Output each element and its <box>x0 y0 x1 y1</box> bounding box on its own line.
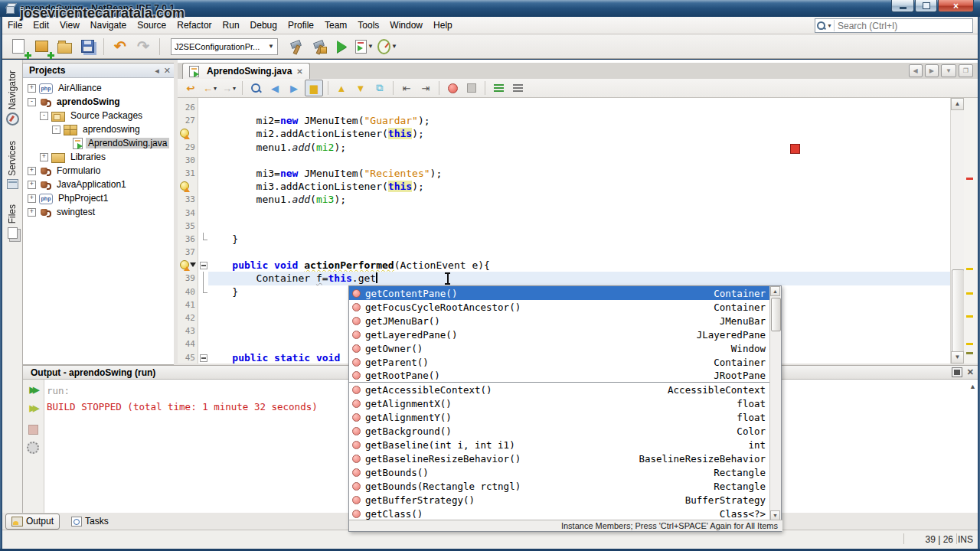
editor-tab[interactable]: AprendoSwing.java ✕ <box>182 63 310 79</box>
scroll-down-icon[interactable]: ▼ <box>951 351 964 364</box>
errors-in-file-badge[interactable] <box>790 144 800 154</box>
completion-item[interactable]: getBufferStrategy()BufferStrategy <box>349 493 770 507</box>
menu-run[interactable]: Run <box>217 18 245 33</box>
menu-team[interactable]: Team <box>319 18 352 33</box>
tree-item[interactable]: -aprendoSwing <box>23 95 174 109</box>
run-button[interactable] <box>332 37 351 57</box>
code-line[interactable]: public void actionPerformed(ActionEvent … <box>208 259 950 272</box>
completion-item[interactable]: getBaselineResizeBehavior()BaselineResiz… <box>349 452 770 465</box>
rerun-icon[interactable]: ▶▶ <box>26 383 40 396</box>
warning-mark[interactable] <box>966 343 973 345</box>
start-macro-icon[interactable] <box>444 80 461 96</box>
scrollbar-thumb[interactable] <box>952 269 965 352</box>
clean-build-button[interactable] <box>309 37 328 57</box>
code-line[interactable] <box>208 154 950 167</box>
menu-profile[interactable]: Profile <box>283 18 319 33</box>
tree-item[interactable]: +Formulario <box>23 164 174 178</box>
save-all-button[interactable] <box>77 37 97 57</box>
uncomment-icon[interactable] <box>509 80 526 96</box>
back-icon[interactable]: ←▾ <box>201 80 218 96</box>
code-line[interactable] <box>208 101 950 114</box>
warning-mark[interactable] <box>966 268 973 270</box>
scroll-up-icon[interactable]: ▲ <box>770 286 780 296</box>
code-line[interactable] <box>208 220 950 233</box>
scrollbar-thumb[interactable] <box>771 298 781 331</box>
code-line[interactable]: menu1.add(mi3); <box>208 193 950 206</box>
warning-mark[interactable] <box>966 315 973 318</box>
completion-item[interactable]: getContentPane()Container <box>349 286 770 300</box>
maximize-editor-icon[interactable]: ❐ <box>959 64 973 77</box>
tree-item[interactable]: +JavaApplication1 <box>23 178 174 191</box>
code-line[interactable]: mi3=new JMenuItem("Recientes"); <box>208 167 950 180</box>
completion-item[interactable]: getParent()Container <box>349 355 770 369</box>
configuration-combo[interactable]: J2SEConfigurationPr... ▼ <box>171 38 278 55</box>
new-project-button[interactable] <box>31 37 51 57</box>
search-input[interactable] <box>835 21 972 31</box>
ant-settings-icon[interactable] <box>26 441 40 455</box>
completion-item[interactable]: getJMenuBar()JMenuBar <box>349 314 770 328</box>
tab-close-icon[interactable]: ✕ <box>296 67 302 76</box>
scroll-up-icon[interactable]: ▲ <box>951 98 964 110</box>
tab-tasks[interactable]: Tasks <box>66 514 114 529</box>
toggle-highlight-icon[interactable]: ▆ <box>305 80 323 96</box>
redo-button[interactable]: ↷ <box>133 37 153 57</box>
shift-right-icon[interactable]: ⇥ <box>417 80 434 96</box>
rerun-with-options-icon[interactable]: ▶▶ <box>26 401 40 415</box>
editor-scrollbar[interactable]: ▲ ▼ <box>950 98 964 364</box>
maximize-output-icon[interactable] <box>952 367 962 377</box>
menu-help[interactable]: Help <box>428 18 458 33</box>
previous-bookmark-icon[interactable]: ▲ <box>333 80 350 96</box>
next-occurrence-icon[interactable]: ▶ <box>286 80 302 96</box>
error-mark[interactable] <box>966 178 973 180</box>
code-line[interactable]: mi2=new JMenuItem("Guardar"); <box>208 114 950 127</box>
tab-output[interactable]: Output <box>5 514 60 530</box>
sidebar-tab-services[interactable]: Services <box>2 136 22 194</box>
completion-list[interactable]: getContentPane()ContainergetFocusCycleRo… <box>349 286 770 520</box>
output-scroll-up-icon[interactable]: ▲ <box>969 383 976 390</box>
completion-item[interactable]: getClass()Class<?> <box>349 507 770 520</box>
tree-item[interactable]: +phpPhpProject1 <box>23 191 174 205</box>
search-icon[interactable]: ▼ <box>815 20 835 31</box>
next-bookmark-icon[interactable]: ▼ <box>352 80 369 96</box>
menu-tools[interactable]: Tools <box>352 18 384 33</box>
comment-icon[interactable] <box>490 80 507 96</box>
completion-item[interactable]: getFocusCycleRootAncestor()Container <box>349 300 770 314</box>
profile-button[interactable]: ▼ <box>377 37 397 57</box>
forward-icon[interactable]: →▾ <box>220 80 237 96</box>
stop-build-icon[interactable] <box>26 422 40 436</box>
undo-button[interactable]: ↶ <box>110 37 130 57</box>
close-panel-icon[interactable]: ✕ <box>164 66 171 76</box>
tree-item[interactable]: AprendoSwing.java <box>23 136 174 150</box>
fold-collapse-icon[interactable] <box>200 354 207 362</box>
completion-item[interactable]: getBounds()Rectangle <box>349 465 770 479</box>
find-selection-icon[interactable] <box>247 80 264 96</box>
menu-debug[interactable]: Debug <box>245 18 283 33</box>
code-line[interactable] <box>208 246 950 259</box>
build-button[interactable] <box>286 37 305 57</box>
completion-scrollbar[interactable]: ▲ ▼ <box>769 286 781 520</box>
previous-occurrence-icon[interactable]: ◀ <box>266 80 283 96</box>
current-line-mark[interactable] <box>966 352 973 354</box>
code-line[interactable]: mi3.addActionListener(this); <box>208 180 950 193</box>
open-project-button[interactable] <box>54 37 74 57</box>
code-line[interactable]: mi2.addActionListener(this); <box>208 127 950 140</box>
code-line[interactable]: } <box>208 233 950 246</box>
minimize-button[interactable] <box>891 0 914 12</box>
toggle-bookmark-icon[interactable]: ⧉ <box>371 80 388 96</box>
last-edit-location-icon[interactable]: ↩ <box>182 80 199 96</box>
stop-macro-icon[interactable] <box>463 80 480 96</box>
tree-item[interactable]: -aprendoswing <box>23 122 174 136</box>
completion-item[interactable]: getAccessibleContext()AccessibleContext <box>349 383 770 396</box>
menu-window[interactable]: Window <box>384 18 428 33</box>
shift-left-icon[interactable]: ⇤ <box>398 80 415 96</box>
tree-item[interactable]: +swingtest <box>23 205 174 219</box>
code-line[interactable]: menu1.add(mi2); <box>208 141 950 154</box>
warning-mark[interactable] <box>966 292 973 295</box>
debug-button[interactable]: ▼ <box>354 37 374 57</box>
completion-item[interactable]: getOwner()Window <box>349 341 770 355</box>
completion-item[interactable]: getBackground()Color <box>349 424 770 438</box>
code-line[interactable] <box>208 207 950 220</box>
completion-item[interactable]: getBounds(Rectangle rctngl)Rectangle <box>349 479 770 493</box>
dock-icon[interactable]: ◂ <box>155 66 159 76</box>
error-stripe[interactable] <box>964 98 978 364</box>
